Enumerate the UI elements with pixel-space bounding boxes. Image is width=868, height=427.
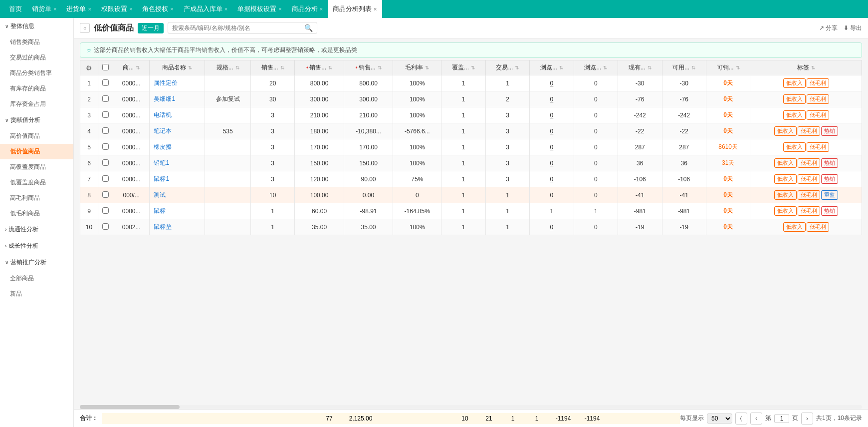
row-browse1[interactable]: 0 [530,187,574,203]
browse-link[interactable]: 0 [550,144,554,151]
sidebar-item[interactable]: 新品 [0,286,73,302]
row-browse1[interactable]: 1 [530,203,574,219]
nav-item[interactable]: 进货单× [61,0,96,18]
row-checkbox-cell[interactable] [98,107,113,123]
row-browse1[interactable]: 0 [530,139,574,155]
close-icon[interactable]: × [129,6,132,12]
scrollbar-thumb[interactable] [80,405,180,409]
browse-link[interactable]: 0 [550,96,554,103]
sidebar-item[interactable]: 低价值商品 [0,144,73,159]
sidebar-item[interactable]: 有库存的商品 [0,81,73,96]
page-size-select[interactable]: 50 100 200 [707,414,732,424]
row-checkbox[interactable] [102,95,109,102]
sidebar-section-header[interactable]: ∨营销推广分析 [0,254,73,271]
row-checkbox-cell[interactable] [98,75,113,91]
row-name[interactable]: 笔记本 [150,123,205,139]
sort-icon[interactable]: ⇅ [648,65,651,70]
row-checkbox[interactable] [102,143,109,150]
sort-icon[interactable]: ⇅ [425,65,429,70]
row-name[interactable]: 鼠标垫 [150,219,205,235]
sidebar-item[interactable]: 交易过的商品 [0,50,73,65]
sort-icon[interactable]: ⇅ [471,65,475,70]
sort-icon[interactable]: ⇅ [378,65,382,70]
sort-icon[interactable]: ⇅ [235,65,239,70]
row-browse1[interactable]: 0 [530,123,574,139]
row-browse1[interactable]: 0 [530,155,574,171]
sidebar-item[interactable]: 低覆盖度商品 [0,175,73,190]
horizontal-scrollbar[interactable] [80,405,862,409]
row-checkbox-cell[interactable] [98,139,113,155]
date-tag[interactable]: 近一月 [138,23,164,33]
row-browse1[interactable]: 0 [530,107,574,123]
close-icon[interactable]: × [224,6,227,12]
settings-icon[interactable]: ⚙ [86,64,92,72]
sidebar-item[interactable]: 低毛利商品 [0,206,73,221]
browse-link[interactable]: 0 [550,128,554,135]
close-icon[interactable]: × [170,6,173,12]
page-next-button[interactable]: › [801,413,813,425]
browse-link[interactable]: 0 [550,224,554,231]
close-icon[interactable]: × [88,6,91,12]
browse-link[interactable]: 0 [550,192,554,199]
row-checkbox[interactable] [102,79,109,86]
row-name[interactable]: 鼠标 [150,203,205,219]
browse-link[interactable]: 0 [550,112,554,119]
sort-icon[interactable]: ⇅ [559,65,563,70]
page-number-input[interactable] [774,414,789,423]
sort-icon[interactable]: ⇅ [136,65,140,70]
nav-item[interactable]: 产成品入库单× [179,0,232,18]
search-bar[interactable]: 🔍 [168,22,317,34]
sidebar-section-header[interactable]: ›流通性分析 [0,221,73,238]
close-icon[interactable]: × [374,6,377,12]
row-name[interactable]: 吴细细1 [150,91,205,107]
row-name[interactable]: 铅笔1 [150,155,205,171]
nav-item[interactable]: 商品分析× [287,0,328,18]
sort-icon[interactable]: ⇅ [280,65,284,70]
collapse-button[interactable]: « [80,23,90,33]
sidebar-item[interactable]: 库存资金占用 [0,96,73,112]
row-name[interactable]: 橡皮擦 [150,139,205,155]
row-browse1[interactable]: 0 [530,75,574,91]
sidebar-item[interactable]: 商品分类销售率 [0,65,73,81]
select-all-checkbox[interactable] [102,64,109,70]
row-checkbox-cell[interactable] [98,155,113,171]
row-browse1[interactable]: 0 [530,91,574,107]
sort-icon[interactable]: ⇅ [811,65,815,70]
browse-link[interactable]: 0 [550,176,554,183]
nav-item[interactable]: 首页 [4,0,27,18]
table-wrap[interactable]: ⚙ 商...⇅ 商品名称⇅ 规格...⇅ 销售...⇅ •销售...⇅ •销售.… [80,60,862,405]
row-checkbox[interactable] [102,127,109,134]
sidebar-item[interactable]: 销售类商品 [0,34,73,50]
close-icon[interactable]: × [320,6,323,12]
sort-icon[interactable]: ⇅ [188,65,192,70]
col-checkbox[interactable] [98,60,113,75]
sidebar-section-header[interactable]: ›成长性分析 [0,238,73,254]
row-name[interactable]: 测试 [150,187,205,203]
sort-icon[interactable]: ⇅ [328,65,332,70]
page-first-button[interactable]: ⟨ [735,413,747,425]
sidebar-section-header[interactable]: ∨贡献值分析 [0,112,73,128]
row-name[interactable]: 鼠标1 [150,171,205,187]
row-browse1[interactable]: 0 [530,171,574,187]
sidebar-item[interactable]: 高价值商品 [0,128,73,144]
row-checkbox-cell[interactable] [98,123,113,139]
row-checkbox-cell[interactable] [98,219,113,235]
row-checkbox[interactable] [102,159,109,166]
row-browse1[interactable]: 0 [530,219,574,235]
page-prev-button[interactable]: ‹ [750,413,762,425]
close-icon[interactable]: × [53,6,56,12]
export-button[interactable]: ⬇ 导出 [844,24,862,32]
nav-item[interactable]: 销货单× [27,0,61,18]
close-icon[interactable]: × [278,6,281,12]
sort-icon[interactable]: ⇅ [691,65,695,70]
row-name[interactable]: 电话机 [150,107,205,123]
sidebar-item[interactable]: 高毛利商品 [0,190,73,206]
sort-icon[interactable]: ⇅ [736,65,740,70]
row-checkbox[interactable] [102,111,109,118]
row-checkbox[interactable] [102,223,109,230]
search-input[interactable] [172,24,304,31]
browse-link[interactable]: 0 [550,80,554,87]
row-checkbox[interactable] [102,175,109,182]
nav-item[interactable]: 角色授权× [137,0,178,18]
row-checkbox-cell[interactable] [98,187,113,203]
